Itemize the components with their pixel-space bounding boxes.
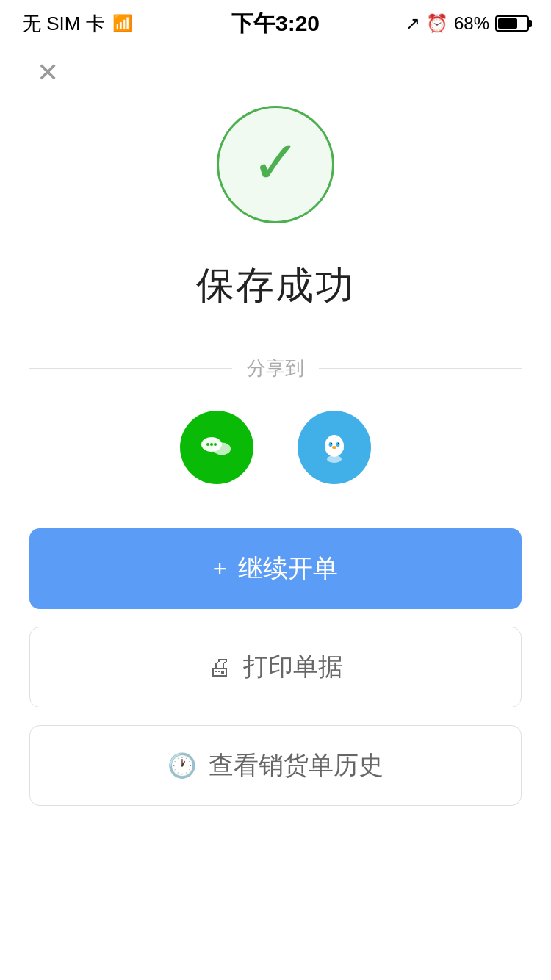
share-icons-row (180, 411, 371, 484)
svg-point-8 (336, 447, 344, 451)
battery-fill (498, 18, 517, 29)
plus-icon: + (213, 555, 227, 583)
qq-icon (314, 427, 355, 468)
share-qq-button[interactable] (298, 411, 371, 484)
divider-right (319, 368, 522, 369)
share-wechat-button[interactable] (180, 411, 253, 484)
share-section: 分享到 (0, 356, 551, 484)
close-icon: ✕ (37, 60, 59, 86)
svg-point-7 (325, 447, 332, 451)
status-right: ↗ ⏰ 68% (406, 13, 529, 34)
share-label: 分享到 (232, 356, 319, 381)
battery-indicator (495, 15, 529, 32)
svg-point-4 (214, 443, 217, 446)
carrier-text: 无 SIM 卡 (22, 11, 105, 37)
svg-point-13 (332, 446, 336, 449)
status-carrier: 无 SIM 卡 📶 (22, 11, 132, 37)
location-icon: ↗ (406, 13, 420, 34)
svg-point-12 (338, 443, 339, 444)
history-button[interactable]: 🕐 查看销货单历史 (29, 725, 522, 806)
clock-icon: 🕐 (168, 752, 197, 779)
print-button[interactable]: 🖨 打印单据 (29, 627, 522, 707)
alarm-icon: ⏰ (426, 13, 448, 34)
status-time: 下午3:20 (231, 9, 320, 39)
wechat-icon (196, 427, 237, 468)
battery-box (495, 15, 529, 32)
printer-icon: 🖨 (208, 654, 231, 681)
wifi-icon: 📶 (112, 14, 132, 33)
svg-point-11 (331, 443, 332, 444)
success-circle: ✓ (217, 106, 334, 223)
svg-point-3 (210, 443, 213, 446)
svg-point-10 (336, 442, 340, 447)
svg-point-9 (329, 442, 333, 447)
status-bar: 无 SIM 卡 📶 下午3:20 ↗ ⏰ 68% (0, 0, 551, 47)
svg-point-2 (206, 443, 209, 446)
divider-left (29, 368, 232, 369)
share-divider-row: 分享到 (0, 356, 551, 381)
svg-point-6 (327, 455, 342, 463)
print-label: 打印单据 (243, 650, 343, 684)
continue-label: 继续开单 (238, 552, 338, 586)
success-title: 保存成功 (196, 260, 355, 311)
main-content: ✓ 保存成功 分享到 (0, 47, 551, 806)
checkmark-icon: ✓ (251, 134, 300, 192)
history-label: 查看销货单历史 (209, 749, 383, 782)
buttons-section: + 继续开单 🖨 打印单据 🕐 查看销货单历史 (0, 528, 551, 806)
continue-button[interactable]: + 继续开单 (29, 528, 522, 609)
close-button[interactable]: ✕ (29, 54, 66, 91)
battery-percent: 68% (454, 13, 489, 34)
